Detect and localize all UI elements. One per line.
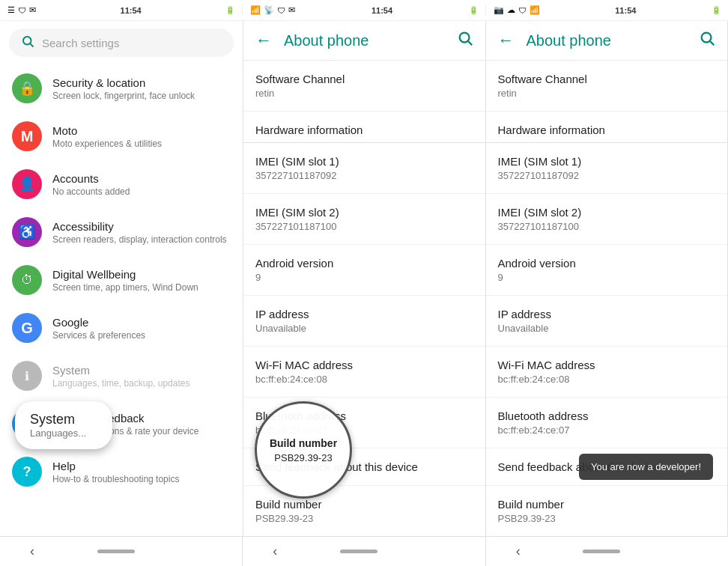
settings-item-digitalwellbeing[interactable]: ⏱ Digital Wellbeing Screen time, app tim…: [0, 256, 243, 304]
icon-signal2: 📶: [530, 5, 540, 15]
panel-header-1: ← About phone: [243, 21, 485, 61]
status-icons-left: ☰ 🛡 ✉: [7, 5, 36, 15]
icon-wifi: 📡: [264, 5, 274, 15]
about-item-android-1[interactable]: Android version 9: [243, 245, 485, 296]
about-item-wifi-2[interactable]: Wi-Fi MAC address bc:ff:eb:24:ce:08: [486, 347, 728, 398]
status-time-2: 11:54: [371, 6, 392, 15]
search-bar[interactable]: Search settings: [9, 28, 234, 57]
battery-icon-2: 🔋: [469, 6, 478, 14]
settings-item-system[interactable]: ℹ System Languages, time, backup, update…: [0, 352, 243, 400]
google-icon: G: [12, 313, 42, 343]
settings-item-google[interactable]: G Google Services & preferences: [0, 304, 243, 352]
about-item-build-2[interactable]: Build number PSB29.39-23: [486, 486, 728, 536]
system-icon: ℹ: [12, 361, 42, 391]
battery-icon-3: 🔋: [712, 6, 721, 14]
back-button-left[interactable]: ‹: [30, 544, 34, 559]
search-icon: [21, 34, 34, 51]
google-subtitle: Services & preferences: [52, 330, 231, 341]
digitalwellbeing-title: Digital Wellbeing: [52, 268, 231, 281]
nav-section-left: ‹: [0, 537, 243, 566]
svg-line-5: [710, 41, 714, 45]
settings-item-accessibility[interactable]: ♿ Accessibility Screen readers, display,…: [0, 208, 243, 256]
icon-signal: 📶: [250, 5, 261, 15]
accessibility-title: Accessibility: [52, 220, 231, 233]
settings-item-accounts[interactable]: 👤 Accounts No accounts added: [0, 160, 243, 208]
icon-cam: 📷: [494, 5, 504, 15]
help-title: Help: [52, 460, 231, 472]
accounts-icon: 👤: [12, 169, 42, 199]
moto-icon: M: [12, 121, 42, 151]
back-button-mid[interactable]: ‹: [273, 544, 277, 559]
system-tooltip-title: System: [30, 412, 97, 427]
settings-item-help[interactable]: ? Help How-to & troubleshooting topics: [0, 448, 243, 496]
about-item-android-2[interactable]: Android version 9: [486, 245, 728, 296]
panel-header-2: ← About phone: [486, 21, 728, 61]
about-item-softwarechannel2[interactable]: Software Channel retin: [486, 61, 728, 112]
nav-section-right: ‹: [486, 537, 728, 566]
panel-title-1: About phone: [284, 32, 445, 49]
about-item-bt-2[interactable]: Bluetooth address bc:ff:eb:24:ce:07: [486, 398, 728, 448]
status-icons-mid: 📶 📡 🛡 ✉: [250, 5, 295, 15]
accessibility-subtitle: Screen readers, display, interaction con…: [52, 234, 231, 245]
moto-subtitle: Moto experiences & utilities: [52, 139, 231, 149]
about-item-ip-2[interactable]: IP address Unavailable: [486, 296, 728, 347]
icon-cloud: ☁: [507, 5, 515, 15]
icon-msg: ✉: [29, 5, 36, 15]
accounts-title: Accounts: [52, 172, 231, 185]
about-item-imei2-2[interactable]: IMEI (SIM slot 2) 357227101187100: [486, 194, 728, 245]
settings-item-security[interactable]: 🔒 Security & location Screen lock, finge…: [0, 64, 243, 112]
status-section-mid: 📶 📡 🛡 ✉ 11:54 🔋: [243, 5, 485, 15]
svg-point-0: [23, 37, 31, 45]
digitalwellbeing-icon: ⏱: [12, 265, 42, 295]
help-icon: ?: [12, 457, 42, 487]
nav-pill-left: [97, 550, 135, 553]
security-title: Security & location: [52, 76, 231, 89]
about-item-wifi-1[interactable]: Wi-Fi MAC address bc:ff:eb:24:ce:08: [243, 347, 485, 398]
system-title: System: [52, 364, 231, 377]
search-icon-panel1[interactable]: [457, 30, 473, 51]
about-item-build-1[interactable]: Build number PSB29.39-23: [243, 486, 485, 536]
nav-pill-mid: [340, 550, 377, 553]
security-icon: 🔒: [12, 73, 42, 103]
svg-line-3: [468, 41, 472, 45]
svg-point-4: [702, 33, 712, 43]
developer-toast: You are now a developer!: [579, 454, 713, 480]
system-subtitle: Languages, time, backup, updates: [52, 378, 231, 389]
about-item-imei1-1[interactable]: IMEI (SIM slot 1) 357227101187092: [243, 143, 485, 194]
about-item-ip-1[interactable]: IP address Unavailable: [243, 296, 485, 347]
system-tooltip: System Languages...: [15, 401, 112, 449]
settings-panel: Search settings 🔒 Security & location Sc…: [0, 21, 243, 536]
search-placeholder: Search settings: [42, 37, 119, 49]
search-icon-panel2[interactable]: [699, 30, 715, 51]
nav-section-mid: ‹: [243, 537, 485, 566]
about-item-softwarechannel1[interactable]: Software Channel retin: [243, 61, 485, 112]
back-arrow-1[interactable]: ←: [255, 31, 272, 50]
back-button-right[interactable]: ‹: [516, 544, 521, 559]
status-time-1: 11:54: [121, 6, 142, 15]
main-layout: Search settings 🔒 Security & location Sc…: [0, 21, 728, 536]
battery-icon-1: 🔋: [225, 6, 234, 14]
settings-item-moto[interactable]: M Moto Moto experiences & utilities: [0, 112, 243, 160]
accessibility-icon: ♿: [12, 217, 42, 247]
svg-point-2: [459, 33, 469, 43]
system-tooltip-sub: Languages...: [30, 427, 97, 439]
status-section-right: 📷 ☁ 🛡 📶 11:54 🔋: [486, 5, 728, 15]
panel-title-2: About phone: [527, 32, 688, 49]
accounts-subtitle: No accounts added: [52, 186, 231, 197]
back-arrow-2[interactable]: ←: [498, 31, 515, 50]
about-item-imei1-2[interactable]: IMEI (SIM slot 1) 357227101187092: [486, 143, 728, 194]
status-bar: ☰ 🛡 ✉ 11:54 🔋 📶 📡 🛡 ✉ 11:54 🔋 📷 ☁ 🛡 📶 11…: [0, 0, 728, 21]
build-circle-value: PSB29.39-23: [274, 452, 332, 463]
hardware-info-section-1: Hardware information: [243, 112, 485, 143]
build-circle-title: Build number: [270, 437, 337, 449]
icon-shield2: 🛡: [277, 6, 285, 15]
status-icons-right: 📷 ☁ 🛡 📶: [494, 5, 540, 15]
icon-msg2: ✉: [288, 5, 295, 15]
google-title: Google: [52, 316, 231, 329]
help-subtitle: How-to & troubleshooting topics: [52, 474, 231, 484]
status-time-3: 11:54: [615, 6, 636, 15]
about-item-imei2-1[interactable]: IMEI (SIM slot 2) 357227101187100: [243, 194, 485, 245]
digitalwellbeing-subtitle: Screen time, app timers, Wind Down: [52, 282, 231, 293]
status-section-left: ☰ 🛡 ✉ 11:54 🔋: [0, 5, 243, 15]
moto-title: Moto: [52, 124, 231, 137]
